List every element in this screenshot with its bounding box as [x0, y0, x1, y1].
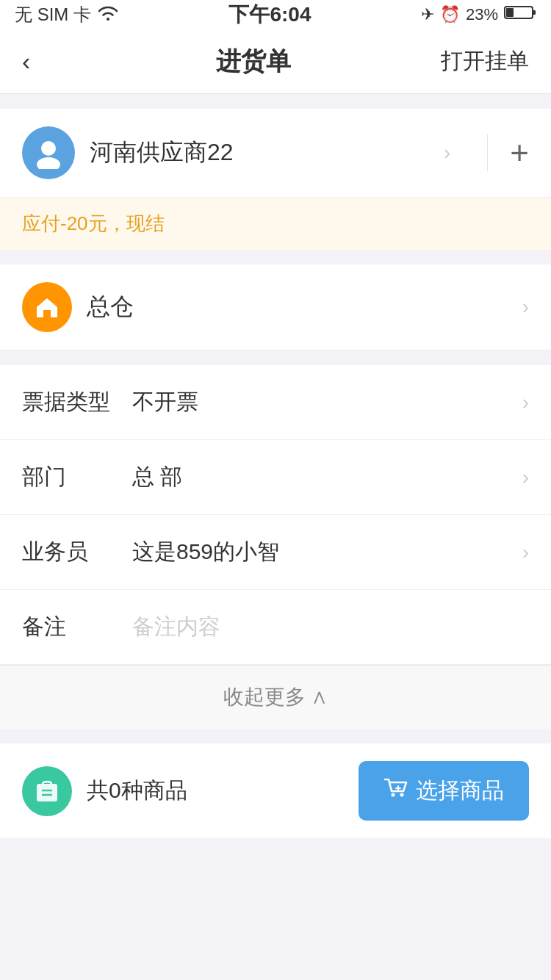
warehouse-section: 总仓 ›: [0, 264, 551, 350]
product-count-text: 共0种商品: [87, 776, 359, 806]
supplier-arrow-icon: ›: [444, 141, 450, 165]
status-left: 无 SIM 卡: [15, 3, 119, 26]
supplier-name: 河南供应商22: [90, 137, 444, 169]
warehouse-row[interactable]: 总仓 ›: [0, 264, 551, 350]
status-bar: 无 SIM 卡 下午6:04 ✈ ⏰ 23%: [0, 0, 551, 29]
department-row[interactable]: 部门 总 部 ›: [0, 440, 551, 515]
battery-icon: [504, 4, 536, 25]
supplier-row[interactable]: 河南供应商22 › +: [0, 109, 551, 198]
invoice-type-arrow-icon: ›: [522, 391, 529, 414]
bottom-bar: 共0种商品 选择商品: [0, 743, 551, 838]
section-gap-1: [0, 94, 551, 109]
salesperson-arrow-icon: ›: [522, 541, 529, 564]
svg-rect-5: [43, 310, 51, 317]
invoice-type-value: 不开票: [125, 387, 522, 417]
svg-rect-2: [506, 8, 514, 17]
svg-point-9: [392, 793, 395, 797]
section-gap-2: [0, 250, 551, 264]
salesperson-label: 业务员: [22, 537, 125, 567]
remark-row[interactable]: 备注 备注内容: [0, 590, 551, 665]
svg-point-4: [37, 157, 60, 169]
carrier-text: 无 SIM 卡: [15, 3, 91, 26]
remark-input[interactable]: 备注内容: [125, 612, 529, 642]
location-icon: ✈: [421, 5, 434, 24]
alarm-icon: ⏰: [440, 5, 460, 24]
svg-rect-1: [533, 10, 536, 15]
collapse-button[interactable]: 收起更多 ∧: [0, 665, 551, 729]
svg-rect-6: [37, 784, 57, 801]
open-pending-button[interactable]: 打开挂单: [441, 46, 529, 76]
department-value: 总 部: [125, 462, 522, 492]
nav-bar: ‹ 进货单 打开挂单: [0, 29, 551, 94]
section-gap-3: [0, 350, 551, 365]
svg-point-10: [400, 793, 404, 797]
invoice-type-row[interactable]: 票据类型 不开票 ›: [0, 365, 551, 440]
supplier-section: 河南供应商22 › + 应付-20元，现结: [0, 109, 551, 250]
wifi-icon: [97, 4, 119, 25]
svg-point-3: [41, 141, 56, 156]
invoice-type-label: 票据类型: [22, 387, 125, 417]
status-right: ✈ ⏰ 23%: [421, 4, 536, 25]
page-title: 进货单: [216, 45, 291, 79]
department-label: 部门: [22, 462, 125, 492]
warehouse-icon: [22, 282, 72, 332]
back-button[interactable]: ‹: [22, 47, 66, 76]
battery-text: 23%: [466, 5, 498, 24]
supplier-avatar: [22, 126, 75, 179]
product-icon: [22, 766, 72, 816]
status-time: 下午6:04: [228, 1, 311, 29]
warehouse-arrow-icon: ›: [522, 295, 529, 319]
cart-icon: [383, 778, 408, 804]
divider: [487, 134, 488, 171]
department-arrow-icon: ›: [522, 466, 529, 489]
remark-label: 备注: [22, 612, 125, 642]
form-section: 票据类型 不开票 › 部门 总 部 › 业务员 这是859的小智 › 备注 备注…: [0, 365, 551, 729]
add-supplier-button[interactable]: +: [510, 134, 529, 171]
notice-banner: 应付-20元，现结: [0, 198, 551, 250]
salesperson-row[interactable]: 业务员 这是859的小智 ›: [0, 515, 551, 590]
salesperson-value: 这是859的小智: [125, 537, 522, 567]
select-product-button[interactable]: 选择商品: [359, 761, 529, 821]
select-product-label: 选择商品: [416, 776, 504, 806]
page-footer: [0, 838, 551, 980]
warehouse-name: 总仓: [87, 291, 522, 323]
